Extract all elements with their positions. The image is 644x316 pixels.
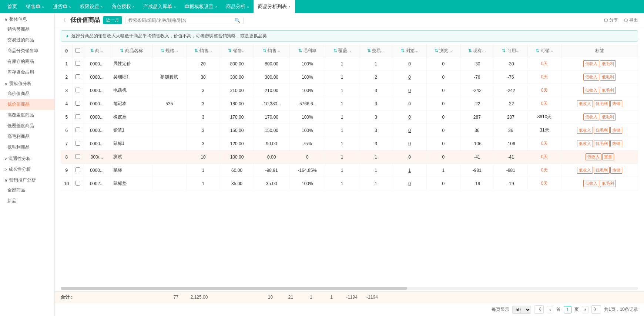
col-sellable[interactable]: ⇅ 可销... [527,45,561,57]
nav-permission-settings[interactable]: 权限设置 × [76,0,107,13]
col-views2[interactable]: ⇅ 浏览... [426,45,460,57]
col-checkbox[interactable] [73,45,83,57]
export-button[interactable]: ⬡ 导出 [624,17,638,23]
current-page[interactable]: 1 [564,306,571,313]
views-link[interactable]: 0 [408,75,411,80]
col-sales-qty[interactable]: ⇅ 销售... [186,45,220,57]
nav-product-analysis[interactable]: 商品分析 × [222,0,254,13]
per-page-select[interactable]: 50 100 200 [512,306,531,314]
nav-sales-order[interactable]: 销售单 × [21,0,48,13]
col-views1[interactable]: ⇅ 浏览... [393,45,426,57]
views-link[interactable]: 0 [408,88,411,93]
sidebar-group-overall[interactable]: ∨ 整体信息 [0,13,54,24]
views-link[interactable]: 0 [408,141,411,146]
close-icon[interactable]: × [133,5,135,9]
row-checkbox-cell[interactable] [73,97,83,111]
row-checkbox-cell[interactable] [73,57,83,71]
nav-template-settings[interactable]: 单据模板设置 × [180,0,222,13]
row-views1[interactable]: 0 [393,124,426,137]
row-checkbox-cell[interactable] [73,177,83,190]
nav-product-warehousing[interactable]: 产成品入库单 × [139,0,180,13]
views-link[interactable]: 0 [408,101,411,106]
sidebar-item-high-coverage[interactable]: 高覆盖度商品 [0,110,54,120]
sidebar-item-sales-products[interactable]: 销售类商品 [0,24,54,35]
row-checkbox[interactable] [76,101,80,106]
row-views1[interactable]: 0 [393,71,426,84]
search-input[interactable] [128,18,233,23]
sidebar-group-growth[interactable]: > 成长性分析 [0,163,54,174]
sort-icon[interactable]: ⇅ [120,48,124,53]
settings-icon[interactable]: ⚙ [64,48,68,54]
row-checkbox[interactable] [76,167,80,172]
sort-icon[interactable]: ⇅ [468,48,472,53]
close-icon[interactable]: × [101,5,103,9]
sidebar-item-low-value[interactable]: 低价值商品 [0,99,54,110]
sidebar-item-category-sales-rate[interactable]: 商品分类销售率 [0,45,54,56]
row-views1[interactable]: 0 [393,84,426,97]
scroll-thumb[interactable] [61,287,407,290]
last-page-button[interactable]: 》 [591,305,601,314]
next-page-button[interactable]: › [582,306,588,313]
row-views1[interactable]: 1 [393,164,426,177]
row-views1[interactable]: 0 [393,150,426,164]
sort-icon[interactable]: ⇅ [263,48,266,53]
sort-icon[interactable]: ⇅ [536,48,539,53]
sidebar-group-marketing[interactable]: ∨ 营销推广分析 [0,174,54,185]
row-checkbox[interactable] [76,61,80,66]
sort-icon[interactable]: ⇅ [194,48,198,53]
sidebar-item-new-products[interactable]: 新品 [0,196,54,206]
share-button[interactable]: ⬡ 分享 [604,17,618,23]
row-checkbox[interactable] [76,74,80,79]
sort-icon[interactable]: ⇅ [401,48,405,53]
row-views1[interactable]: 0 [393,177,426,190]
sort-icon[interactable]: ⇅ [228,48,232,53]
sidebar-item-traded-products[interactable]: 交易过的商品 [0,35,54,45]
sort-icon[interactable]: ⇅ [333,48,337,53]
sort-icon[interactable]: ⇅ [90,48,94,53]
sort-icon[interactable]: ⇅ [502,48,506,53]
col-sales-amount[interactable]: ⇅ 销售... [220,45,254,57]
close-icon[interactable]: × [42,5,44,9]
first-page-button[interactable]: 《 [534,305,544,314]
row-checkbox[interactable] [76,181,80,186]
sort-icon[interactable]: ⇅ [161,48,164,53]
select-all-checkbox[interactable] [76,48,80,53]
sort-icon[interactable]: ⇅ [298,48,302,53]
search-icon[interactable]: 🔍 [235,18,240,23]
close-icon[interactable]: × [69,5,71,9]
row-checkbox-cell[interactable] [73,137,83,150]
sidebar-group-liquidity[interactable]: > 流通性分析 [0,153,54,163]
close-icon[interactable]: × [288,5,291,9]
views-link[interactable]: 0 [408,181,411,186]
sort-icon[interactable]: ⇅ [367,48,371,53]
row-views1[interactable]: 0 [393,97,426,111]
col-margin[interactable]: ⇅ 毛利率 [289,45,325,57]
row-checkbox-cell[interactable] [73,164,83,177]
views-link[interactable]: 0 [408,154,411,160]
close-icon[interactable]: × [174,5,176,9]
row-views1[interactable]: 0 [393,137,426,150]
sidebar-item-stocked-products[interactable]: 有库存的商品 [0,56,54,67]
nav-role-auth[interactable]: 角色授权 × [107,0,139,13]
close-icon[interactable]: × [247,5,249,9]
col-settings[interactable]: ⚙ [61,45,73,57]
sidebar-item-high-value[interactable]: 高价值商品 [0,88,54,99]
time-filter-button[interactable]: 近一月 [103,16,122,24]
nav-purchase-order[interactable]: 进货单 × [48,0,76,13]
col-transactions[interactable]: ⇅ 交易... [359,45,393,57]
sidebar-item-low-coverage[interactable]: 低覆盖度商品 [0,120,54,131]
sidebar-item-high-margin[interactable]: 高毛利商品 [0,131,54,142]
views-link[interactable]: 0 [408,128,411,133]
nav-home[interactable]: 首页 [3,0,21,13]
views-link[interactable]: 0 [408,61,411,67]
col-spec[interactable]: ⇅ 规格... [152,45,186,57]
col-available[interactable]: ⇅ 可用... [494,45,527,57]
nav-product-analysis-list[interactable]: 商品分析列表 × [254,0,295,13]
col-sales-profit[interactable]: ⇅ 销售... [254,45,289,57]
sidebar-item-all-products[interactable]: 全部商品 [0,185,54,196]
row-checkbox[interactable] [76,114,80,119]
views-link[interactable]: 0 [408,115,411,120]
sidebar-item-low-margin[interactable]: 低毛利商品 [0,142,54,153]
row-checkbox[interactable] [76,88,80,92]
prev-page-button[interactable]: ‹ [547,306,553,313]
